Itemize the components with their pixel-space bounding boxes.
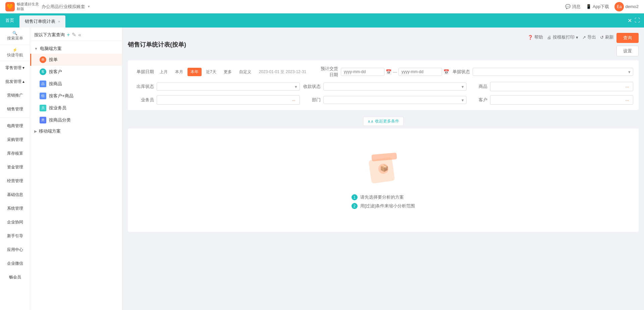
collapse-label: 收起更多条件 [375,118,399,124]
scheme-group-mobile-arrow: ▶ [34,129,37,134]
user-area[interactable]: Ea demo2 [614,2,639,11]
scheme-item-by-salesperson[interactable]: 员 按业务员 [30,102,122,114]
scheme-item-by-order[interactable]: 单 按单 [30,54,122,66]
scheme-item-by-customer-goods[interactable]: 组 按客户+商品 [30,90,122,102]
delivery-date-start[interactable] [341,68,384,76]
ship-status-wrap [157,83,300,91]
print-btn[interactable]: 🖨 按模板打印 ▾ [547,34,578,40]
scheme-edit-btn[interactable]: ✎ [72,32,76,38]
payment-status-control [323,83,467,91]
top-bar-left: 🧡 畅捷通好生意 标版 办公用品行业模拟账套 ▾ [5,2,90,11]
print-arrow: ▾ [576,35,578,40]
tab-close-icon[interactable]: × [58,19,60,23]
shortcut-this-year[interactable]: 本年 [187,68,202,76]
hint-text-2: 用[过滤]条件来缩小分析范围 [360,203,415,209]
sidebar-search[interactable]: 🔍 搜索菜单 [0,28,30,45]
shortcut-this-month[interactable]: 本月 [172,68,186,76]
sidebar-item-system[interactable]: 系统管理 [0,202,30,215]
sidebar-item-finance[interactable]: 资金管理 [0,160,30,174]
tab-sales-stats[interactable]: 销售订单统计表 × [19,15,65,28]
payment-status-wrap [323,83,467,91]
customer-input-area[interactable]: ··· [490,95,633,105]
sidebar-quick-nav[interactable]: ⚡ 快捷导航 [0,45,30,61]
collapse-button[interactable]: ∧∧ 收起更多条件 [363,117,404,126]
goods-control: ··· [490,82,633,91]
delivery-date-end[interactable] [398,68,442,76]
shortcut-more[interactable]: 更多 [221,68,235,76]
message-icon: 💬 [565,4,571,9]
scheme-add-btn[interactable]: + [67,32,70,38]
payment-status-select[interactable] [323,83,467,91]
sidebar-item-app[interactable]: 应用中心 [0,243,30,257]
goods-ellipsis[interactable]: ··· [624,84,630,89]
sidebar-item-guide[interactable]: 新手引导 [0,229,30,243]
customer-label: 客户 [467,97,490,103]
doc-title: 办公用品行业模拟账套 [42,4,85,10]
delivery-date-control: 📅 — 📅 [341,68,449,76]
sidebar-item-wechat[interactable]: 企业微信 [0,257,30,270]
app-label: App下载 [593,4,609,10]
department-select[interactable] [323,96,467,104]
refresh-btn[interactable]: ↺ 刷新 [600,34,614,40]
query-button[interactable]: 查询 [616,33,639,43]
customer-control: ··· [490,95,633,105]
scheme-item-by-category[interactable]: 类 按商品分类 [30,114,122,126]
window-expand-icon[interactable]: ⛶ [635,17,640,23]
date-range-display: 2023-01-01 至 2023-12-31 [259,69,306,75]
message-label: 消息 [572,4,581,10]
calendar-icon-end: 📅 [443,69,449,74]
logo-text: 畅捷通好生意 标版 [17,2,39,11]
empty-state: 📦 1 请先选择要分析的方案 2 用[过滤]条件来缩小分析范围 [128,128,639,232]
logo-icon: 🧡 [5,2,15,11]
window-close-icon[interactable]: ✕ [628,17,632,24]
sidebar-item-retail[interactable]: 零售管理 ▾ [0,61,30,75]
shortcut-7days[interactable]: 近7天 [203,68,219,76]
sidebar-item-collab[interactable]: 企业协同 [0,215,30,229]
message-btn[interactable]: 💬 消息 [565,4,581,10]
scheme-item-cat-icon: 类 [40,117,46,123]
scheme-header: 按以下方案查询 + ✎ « [30,28,122,41]
sidebar-item-wholesale[interactable]: 批发管理 ▴ [0,75,30,89]
logo-line1: 畅捷通好生意 [17,2,39,6]
setting-button[interactable]: 设置 [616,46,639,56]
scheme-group-mobile-header[interactable]: ▶ 移动端方案 [30,126,122,136]
scheme-collapse-btn[interactable]: « [78,32,81,38]
sidebar-item-sales[interactable]: 销售管理 [0,102,30,116]
sidebar-search-label: 搜索菜单 [3,36,27,41]
export-btn[interactable]: ↗ 导出 [582,34,596,40]
dropdown-icon[interactable]: ▾ [88,4,90,9]
shortcut-last-month[interactable]: 上月 [157,68,171,76]
scheme-item-customer-icon: 客 [40,68,46,75]
sidebar-item-retail-label: 零售管理 [5,65,21,70]
avatar: Ea [614,2,624,11]
scheme-item-by-goods[interactable]: 品 按商品 [30,78,122,90]
shortcut-custom[interactable]: 自定义 [236,68,254,76]
salesperson-ellipsis[interactable]: ··· [290,98,297,103]
customer-ellipsis[interactable]: ··· [624,98,630,103]
ship-status-select[interactable] [157,83,300,91]
sidebar-item-member[interactable]: 畅会员 [0,270,30,284]
scheme-item-by-customer[interactable]: 客 按客户 [30,66,122,78]
app-download-btn[interactable]: 📱 App下载 [586,4,609,10]
scheme-item-customer-label: 按客户 [49,69,62,75]
sidebar-item-marketing[interactable]: 营销推广 [0,89,30,102]
sidebar-item-purchase[interactable]: 采购管理 [0,133,30,147]
scheme-group-pc-header[interactable]: ▼ 电脑端方案 [30,44,122,54]
scheme-item-goods-icon: 品 [40,81,46,87]
sidebar-item-operations[interactable]: 经营管理 [0,174,30,188]
page-actions: ❓ 帮助 🖨 按模板打印 ▾ ↗ 导出 [528,33,639,56]
hint-num-2: 2 [352,203,358,209]
department-select-wrap [323,96,467,104]
sidebar-item-inventory[interactable]: 库存核算 [0,147,30,160]
salesperson-input-area[interactable]: ··· [157,95,300,105]
scheme-item-cg-label: 按客户+商品 [49,93,73,99]
sidebar-item-ecommerce[interactable]: 电商管理 [0,119,30,133]
sidebar-sep1 [0,117,30,118]
help-btn[interactable]: ❓ 帮助 [528,34,543,40]
department-control [323,96,467,104]
sidebar-item-basic[interactable]: 基础信息 [0,188,30,202]
status-select[interactable] [473,68,633,76]
goods-input-area[interactable]: ··· [490,82,633,91]
tab-bar: 首页 销售订单统计表 × ✕ ⛶ [0,13,644,28]
tab-home[interactable]: 首页 [0,13,19,28]
